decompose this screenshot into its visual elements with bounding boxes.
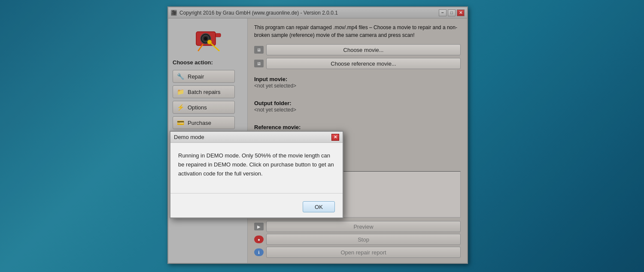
- dialog-ok-button[interactable]: OK: [303, 201, 335, 212]
- dialog-footer: OK: [170, 198, 343, 218]
- dialog-content: Running in DEMO mode. Only 50%% of the m…: [170, 143, 343, 189]
- demo-mode-dialog: Demo mode ✕ Running in DEMO mode. Only 5…: [170, 131, 343, 218]
- dialog-separator: [170, 193, 343, 193]
- dialog-message: Running in DEMO mode. Only 50%% of the m…: [178, 151, 335, 178]
- dialog-close-button[interactable]: ✕: [331, 134, 339, 141]
- dialog-title: Demo mode: [174, 134, 204, 140]
- dialog-title-bar: Demo mode ✕: [170, 132, 343, 143]
